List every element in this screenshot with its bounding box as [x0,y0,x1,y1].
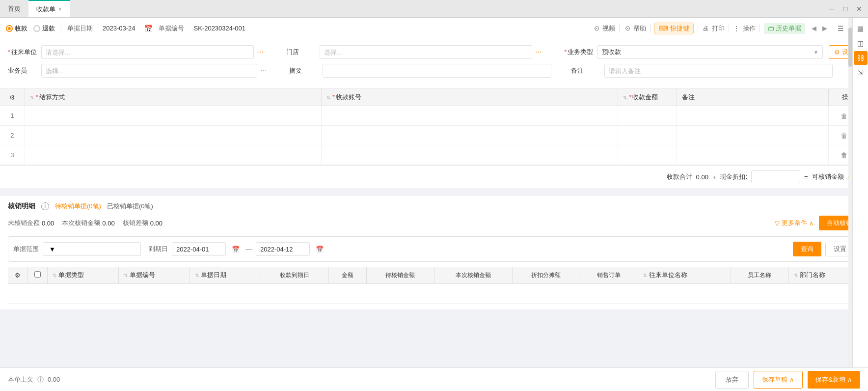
row-account-3[interactable] [321,145,618,165]
doc-date-calendar-icon[interactable]: 📅 [144,25,153,32]
row-settlement-3[interactable] [25,145,321,165]
summary-input[interactable] [323,64,551,78]
due-date-field: 到期日 📅 — 📅 [149,242,326,256]
row-amount-3[interactable] [618,145,677,165]
verify-info-icon[interactable]: i [41,202,49,210]
row-no-3: 3 [0,145,25,165]
staff-input[interactable] [41,64,257,78]
verify-tab-done[interactable]: 已核销单据(0笔) [107,202,153,211]
counterparty-input[interactable] [41,45,254,59]
list-view-btn[interactable]: ☰ [834,22,847,35]
remark-input[interactable] [604,64,833,78]
date-to-input[interactable] [256,242,310,256]
maximize-button[interactable]: □ [841,4,850,14]
search-range-field: 单据范围 ▼ [13,242,141,256]
col-amount-header: ⇅ 收款金额 [618,89,677,106]
select-all-checkbox[interactable] [34,271,41,278]
row-delete-btn-2[interactable]: 🗑 [841,132,847,140]
save-new-arrow-icon: ∧ [847,376,852,383]
row-amount-2[interactable] [618,126,677,145]
toolbar-sep-1 [61,24,61,33]
shortcut-btn[interactable]: ⌨ 快捷键 [654,23,693,34]
save-new-btn[interactable]: 保存&新增 ∧ [808,371,860,389]
row-delete-btn-1[interactable]: 🗑 [841,112,847,120]
tab-bar-right: ─ □ ✕ [827,4,868,14]
verify-title: 核销明细 [8,202,35,211]
counterparty-more-icon[interactable]: ··· [254,48,266,56]
help-btn[interactable]: ⊙ 帮助 [624,24,646,33]
scrollbar-thumb[interactable] [848,28,852,67]
row-settlement-1[interactable] [25,106,321,126]
verify-header: 核销明细 i 待核销单据(0笔) 已核销单据(0笔) [8,202,860,211]
history-btn[interactable]: 🗃 历史单据 [764,23,805,34]
col-settings-header[interactable]: ⚙ [0,89,25,106]
scrollbar[interactable] [848,18,852,367]
staff-more-icon[interactable]: ··· [257,66,270,75]
row-remark-2[interactable] [677,126,829,145]
nav-next-btn[interactable]: ▶ [820,24,830,33]
search-form: 单据范围 ▼ 到期日 📅 — 📅 查询 设置 [8,236,860,262]
close-button[interactable]: ✕ [854,4,864,14]
store-input[interactable] [320,45,532,59]
row-settlement-2[interactable] [25,126,321,145]
balance-info-icon[interactable]: ⓘ [37,375,44,384]
print-btn[interactable]: 🖨 打印 [702,24,725,33]
discount-input[interactable] [751,170,800,183]
main-toolbar: 收款 退款 单据日期 2023-03-24 📅 单据编号 SK-20230324… [0,18,868,39]
bottom-col-discount: 折扣分摊额 [512,267,580,284]
col-remark-header: 备注 [677,89,829,106]
diff-value: 0.00 [150,220,163,227]
radio-shoukuan[interactable]: 收款 [6,24,27,33]
right-sidebar: ▦ ◫ ⛓ ⇲ [852,18,868,391]
radio-shoukuan-label: 收款 [15,24,27,33]
video-btn[interactable]: ⊙ 视频 [593,24,615,33]
calendar-icon-from[interactable]: 📅 [230,246,242,253]
save-draft-btn[interactable]: 保存草稿 ∧ [754,371,803,389]
history-icon: 🗃 [768,25,774,32]
verify-tab-pending[interactable]: 待核销单据(0笔) [55,202,101,211]
radio-shoukuan-dot [6,25,13,32]
sidebar-icon-4[interactable]: ⇲ [854,66,868,80]
row-amount-1[interactable] [618,106,677,126]
store-more-icon[interactable]: ··· [532,48,544,56]
nav-prev-btn[interactable]: ◀ [809,24,819,33]
bottom-col-due-date: 收款到期日 [261,267,328,284]
sidebar-icon-1[interactable]: ▦ [854,22,868,35]
tab-home[interactable]: 首页 [0,0,28,17]
store-field: 门店 ··· [286,45,545,59]
row-account-2[interactable] [321,126,618,145]
bottom-col-amount: 金额 [328,267,366,284]
row-account-1[interactable] [321,106,618,126]
shortcut-icon: ⌨ [659,25,668,32]
query-btn[interactable]: 查询 [793,242,821,256]
table-row: 1 🗑 ⊕ [0,106,868,126]
row-remark-1[interactable] [677,106,829,126]
col-settlement-header: ⇅ 结算方式 [25,89,321,106]
bottom-col-settings[interactable]: ⚙ [8,267,27,284]
toolbar-actions: ⊙ 视频 ⊙ 帮助 ⌨ 快捷键 🖨 打印 ⋮ 操作 🗃 历史单据 ◀ [593,22,862,35]
abandon-btn[interactable]: 放弃 [715,371,749,389]
calendar-icon-to[interactable]: 📅 [314,246,326,253]
date-from-input[interactable] [172,242,226,256]
row-remark-3[interactable] [677,145,829,165]
save-draft-arrow-icon: ∧ [789,376,794,383]
plus-sign: + [712,173,716,181]
doc-no-label: 单据编号 [159,24,184,33]
footer-right: 放弃 保存草稿 ∧ 保存&新增 ∧ [715,371,860,389]
search-range-chevron: ▼ [49,246,55,253]
sidebar-icon-3[interactable]: ⛓ [854,51,868,65]
form-row-1: 往来单位 ··· 门店 ··· 业务类型 预收款 ▼ ⚙ 设置 [8,45,860,59]
radio-tuikuan[interactable]: 退款 [33,24,55,33]
minimize-button[interactable]: ─ [827,4,837,14]
bottom-col-sales-order: 销售订单 [580,267,638,284]
more-conditions-btn[interactable]: ▽ 更多条件 ∧ [775,219,814,227]
operate-btn[interactable]: ⋮ 操作 [733,24,756,33]
tab-close-icon[interactable]: × [58,6,62,13]
row-delete-btn-3[interactable]: 🗑 [841,151,847,159]
search-range-select[interactable]: ▼ [43,242,141,256]
sidebar-icon-2[interactable]: ◫ [854,36,868,50]
biz-type-select[interactable]: 预收款 ▼ [597,45,823,59]
bottom-col-checkbox[interactable] [27,267,47,284]
tab-active[interactable]: 收款单 × [28,0,70,17]
store-label: 门店 [286,48,316,56]
